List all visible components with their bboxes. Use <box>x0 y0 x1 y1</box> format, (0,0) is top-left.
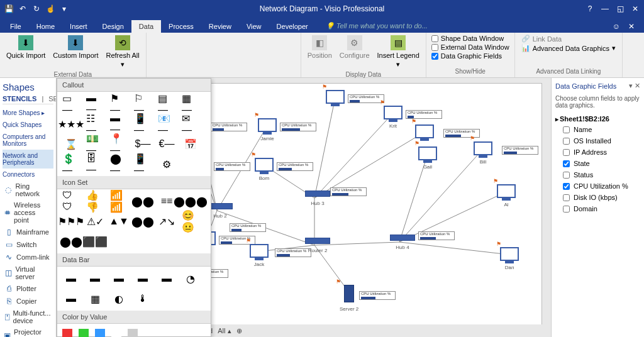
data-graphic-option[interactable]: ▭— <box>62 97 80 111</box>
restore-icon[interactable]: ◱ <box>614 3 626 15</box>
insert-legend-button[interactable]: ▤Insert Legend ▾ <box>375 34 422 70</box>
data-graphic-option[interactable]: 📶📶 <box>110 194 128 208</box>
shape-section[interactable]: Computers and Monitors <box>3 131 53 150</box>
data-graphic-fields-checkbox[interactable]: Data Graphic Fields <box>430 52 511 60</box>
network-node-pc[interactable]: ⚑ <box>326 90 345 108</box>
data-graphic-option[interactable]: ▬ <box>62 272 80 285</box>
network-node-pc[interactable]: ⚑ <box>415 124 434 142</box>
minimize-icon[interactable]: — <box>599 3 611 15</box>
data-graphic-option[interactable]: 📍— <box>110 137 128 151</box>
menu-review[interactable]: Review <box>201 20 239 33</box>
data-graphic-option[interactable]: ▦ <box>86 292 104 306</box>
data-graphic-option[interactable]: 💵— <box>86 137 104 151</box>
add-sheet-icon[interactable]: ⊕ <box>236 327 242 335</box>
data-graphic-option[interactable]: ⬤⬤ <box>134 194 152 208</box>
data-graphic-option[interactable]: ✉— <box>182 117 199 131</box>
menu-process[interactable]: Process <box>161 20 201 33</box>
network-node-hub[interactable]: Hub 2 <box>208 203 233 219</box>
network-node-pc[interactable]: ⚑Bom <box>255 158 274 181</box>
touch-icon[interactable]: ☝ <box>44 3 57 15</box>
data-graphic-option[interactable]: ↗↘ <box>158 214 175 228</box>
data-graphic-option[interactable]: ◔ <box>182 272 199 285</box>
menu-view[interactable]: View <box>239 20 269 33</box>
field-checkbox[interactable]: Disk IO (kbps) <box>555 192 640 203</box>
vertical-scrollbar[interactable] <box>542 83 551 324</box>
field-checkbox[interactable]: Status <box>555 169 640 180</box>
data-graphic-option[interactable]: ▤— <box>158 97 175 111</box>
data-graphic-option[interactable]: 📱— <box>134 117 152 131</box>
data-graphic-option[interactable]: 🌡 <box>134 292 152 306</box>
network-node-pc[interactable]: ⚑Krit <box>384 106 402 129</box>
close-icon[interactable]: ✕ <box>629 3 641 15</box>
data-graphic-option[interactable]: ▬ <box>62 292 80 306</box>
stencil-item[interactable]: ⎙Plotter <box>3 282 53 295</box>
menu-data[interactable]: Data <box>131 20 161 33</box>
sheet-range[interactable]: ▸ Sheet1!$B2:I26 <box>555 114 640 124</box>
data-graphic-option[interactable]: ⬤⬤ <box>62 235 80 248</box>
smiley-icon[interactable]: ☺ <box>610 20 623 33</box>
network-node-pc[interactable]: ⚑Dan <box>500 247 519 270</box>
data-graphic-option[interactable]: ⚑— <box>110 97 128 111</box>
quick-import-button[interactable]: ⬇Quick Import <box>4 34 48 60</box>
data-graphic-option[interactable]: ⬤⬤⬤ <box>182 194 199 208</box>
network-node-pc[interactable]: ⚑Gail <box>418 146 437 170</box>
field-checkbox[interactable]: OS Installed <box>555 135 640 146</box>
refresh-all-button[interactable]: ⟲Refresh All ▾ <box>104 34 142 70</box>
field-checkbox[interactable]: Name <box>555 124 640 135</box>
network-node-hub[interactable]: Hub 3 <box>305 191 330 206</box>
data-graphic-option[interactable]: ▬ <box>86 272 104 285</box>
menu-insert[interactable]: Insert <box>62 20 95 33</box>
help-icon[interactable]: ? <box>584 3 596 15</box>
data-graphic-option[interactable]: 😊😐 <box>182 214 199 228</box>
stencil-item[interactable]: ◫Virtual server <box>3 263 53 282</box>
shape-section[interactable]: Quick Shapes <box>3 119 53 131</box>
data-graphic-option[interactable]: ◐ <box>110 292 128 306</box>
color-swatch[interactable] <box>62 329 72 337</box>
color-swatch[interactable] <box>79 329 89 337</box>
network-node-server[interactable]: ⚑Server 2 <box>340 285 358 312</box>
stencil-item[interactable]: ⩩Wireless access point <box>3 199 53 226</box>
qat-more-icon[interactable]: ▾ <box>58 3 70 15</box>
menu-home[interactable]: Home <box>29 20 62 33</box>
network-node-hub[interactable]: Hub 4 <box>390 235 415 250</box>
data-graphic-option[interactable]: 📱— <box>134 157 152 171</box>
color-swatch[interactable] <box>128 329 138 337</box>
network-node-pc[interactable]: ⚑Al <box>497 184 516 207</box>
menu-design[interactable]: Design <box>95 20 131 33</box>
field-checkbox[interactable]: CPU Utilization % <box>555 180 640 192</box>
data-graphic-option[interactable]: ⬤⬤ <box>134 214 152 228</box>
data-graphic-option[interactable]: ▬ <box>158 272 175 285</box>
close-panel-icon[interactable]: ✕ <box>635 82 640 89</box>
color-swatch[interactable] <box>111 329 121 337</box>
shape-section[interactable]: More Shapes ▸ <box>3 107 53 119</box>
menu-file[interactable]: File <box>3 20 29 33</box>
data-graphic-option[interactable]: 📅 <box>182 137 199 151</box>
data-graphic-option[interactable]: 🛡🛡 <box>62 194 80 208</box>
data-graphic-option[interactable]: ⚙ <box>158 157 175 171</box>
data-graphic-option[interactable]: ▬ <box>110 272 128 285</box>
stencil-item[interactable]: ⍞Multi-funct... device <box>3 307 53 326</box>
close-icon[interactable]: ✕ <box>625 20 638 33</box>
data-graphic-option[interactable]: 📧— <box>158 117 175 131</box>
network-node-pc[interactable]: ⚑Jack <box>250 244 269 267</box>
data-graphic-option[interactable]: ⚑⚑⚑ <box>62 214 80 228</box>
data-graphic-option[interactable]: ⬛⬛ <box>86 235 104 248</box>
redo-icon[interactable]: ↻ <box>30 3 43 15</box>
shape-data-window-checkbox[interactable]: Shape Data Window <box>430 34 511 43</box>
data-graphic-option[interactable]: ⌛ <box>62 137 80 151</box>
advanced-data-graphics-button[interactable]: 📊 Advanced Data Graphics ▾ <box>519 43 618 53</box>
stencil-item[interactable]: ∿Comm-link <box>3 251 53 263</box>
data-graphic-option[interactable]: ▦— <box>182 97 199 111</box>
stencil-item[interactable]: ◌Ring network <box>3 180 53 199</box>
data-graphic-option[interactable]: ▬— <box>86 97 104 111</box>
data-graphic-option[interactable]: ⚐— <box>134 97 152 111</box>
data-graphic-option[interactable]: ▬— <box>110 117 128 131</box>
data-graphic-option[interactable]: ▲▼ <box>110 214 128 228</box>
chevron-down-icon[interactable]: ▾ <box>629 82 633 89</box>
data-graphic-option[interactable]: $— <box>134 137 152 151</box>
data-graphic-option[interactable]: ☷— <box>86 117 104 131</box>
search-tab[interactable]: SEARCH <box>48 95 57 102</box>
field-checkbox[interactable]: State <box>555 158 640 169</box>
network-node-pc[interactable]: ⚑Jamie <box>258 118 277 141</box>
network-node-pc[interactable]: ⚑Bill <box>474 141 492 165</box>
